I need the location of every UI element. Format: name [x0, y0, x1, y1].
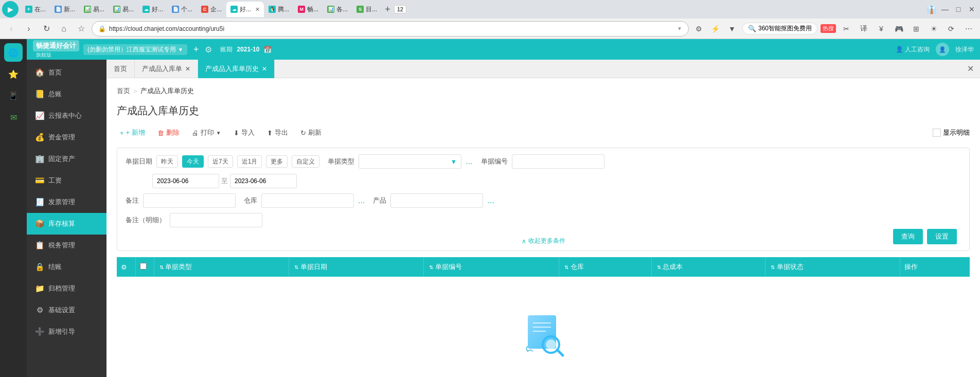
sidebar-item-ledger[interactable]: 📒 总账: [27, 83, 106, 105]
close-window-button[interactable]: ✕: [966, 3, 978, 15]
sync-icon[interactable]: ⟳: [944, 22, 958, 36]
sidebar-item-payroll[interactable]: 💳 工资: [27, 170, 106, 191]
settings-button[interactable]: ⚙: [205, 45, 212, 55]
more-date-btn[interactable]: 更多: [266, 155, 288, 168]
browser-tab-9[interactable]: 🐧 腾...: [264, 2, 293, 17]
tab-close-8[interactable]: ✕: [255, 6, 260, 13]
browser-tab-5[interactable]: ☁ 好...: [138, 2, 167, 17]
new-tab-button[interactable]: +: [382, 4, 394, 15]
translate-icon[interactable]: 译: [857, 22, 871, 36]
tab-home[interactable]: 首页: [106, 60, 135, 78]
user-service[interactable]: 👤 人工咨询: [896, 45, 930, 54]
custom-date-btn[interactable]: 自定义: [292, 155, 319, 168]
extensions-icon[interactable]: ⚙: [692, 22, 706, 36]
sidebar-item-archive[interactable]: 📁 归档管理: [27, 278, 106, 299]
table-col-doc-type[interactable]: ⇅ 单据类型: [154, 257, 289, 277]
tab-doc-list-close[interactable]: ✕: [185, 65, 190, 73]
product-input[interactable]: [390, 193, 483, 208]
settings-dots-icon[interactable]: ⋯: [961, 22, 976, 36]
browser-search-bar[interactable]: 🔍 360智能抠图免费用: [742, 23, 817, 34]
close-panel-button[interactable]: ✕: [967, 64, 974, 74]
table-col-doc-date[interactable]: ⇅ 单据日期: [289, 257, 423, 277]
week-btn[interactable]: 近7天: [208, 155, 233, 168]
url-bar[interactable]: 🔒 https://cloud.chanjet.com/accounting/u…: [92, 21, 689, 37]
sidebar-item-close[interactable]: 🔒 结账: [27, 256, 106, 278]
add-button[interactable]: + + 新增: [117, 126, 148, 139]
doc-number-input[interactable]: [512, 154, 604, 169]
browser-tab-7[interactable]: C 企...: [197, 2, 226, 17]
delete-button[interactable]: 🗑 删除: [154, 126, 183, 139]
browser-tab-3[interactable]: 📊 易...: [80, 2, 109, 17]
sidebar-item-new-entry[interactable]: ➕ 新增引导: [27, 321, 106, 343]
more-dropdown-icon[interactable]: ▼: [725, 22, 739, 36]
browser-tab-6[interactable]: 📄 个...: [168, 2, 197, 17]
home-button[interactable]: ⌂: [57, 22, 71, 36]
sidebar-item-invoice[interactable]: 🧾 发票管理: [27, 191, 106, 213]
sidebar-item-funds[interactable]: 💰 资金管理: [27, 127, 106, 148]
calendar-icon[interactable]: 📅: [263, 46, 272, 53]
sidebar-icon-star[interactable]: ⭐: [4, 65, 23, 83]
sidebar-item-fixed-assets[interactable]: 🏢 固定资产: [27, 148, 106, 170]
sidebar-icon-mail[interactable]: ✉: [4, 108, 23, 127]
yesterday-btn[interactable]: 昨天: [156, 155, 178, 168]
display-toggle[interactable]: 显示明细: [933, 128, 970, 137]
doc-type-select[interactable]: ▼: [359, 154, 461, 169]
lightning-icon[interactable]: ⚡: [708, 22, 723, 36]
date-to-input[interactable]: [230, 174, 297, 188]
browser-tab-1[interactable]: ✈ 在...: [21, 2, 50, 17]
grid-icon[interactable]: ⊞: [909, 22, 923, 36]
table-col-gear[interactable]: ⚙: [117, 257, 135, 277]
tab-history-close[interactable]: ✕: [262, 65, 267, 73]
maximize-button[interactable]: □: [952, 3, 965, 15]
currency-icon[interactable]: ¥: [874, 22, 888, 36]
browser-tab-2[interactable]: 📄 新...: [50, 2, 79, 17]
tab-count[interactable]: 12: [394, 5, 406, 13]
add-company-button[interactable]: +: [193, 44, 199, 55]
warehouse-ellipsis[interactable]: ...: [358, 196, 365, 205]
today-btn[interactable]: 今天: [182, 155, 204, 168]
date-from-input[interactable]: [152, 174, 219, 188]
sidebar-icon-nav[interactable]: 🌐: [4, 43, 23, 62]
tab-doc-list[interactable]: 产成品入库单 ✕: [135, 60, 198, 78]
sidebar-icon-weibo[interactable]: 📱: [4, 86, 23, 105]
display-checkbox[interactable]: [933, 129, 941, 137]
sidebar-item-home[interactable]: 🏠 首页: [27, 62, 106, 83]
print-button[interactable]: 🖨 打印 ▼: [189, 126, 224, 139]
refresh-button[interactable]: ↻ 刷新: [297, 126, 325, 139]
doc-type-ellipsis[interactable]: ...: [466, 157, 472, 166]
forward-button[interactable]: ›: [22, 22, 36, 36]
sidebar-item-inventory[interactable]: 📦 库存核算: [27, 213, 106, 235]
table-col-total-cost[interactable]: ⇅ 总成本: [651, 257, 765, 277]
customize-icon[interactable]: 👔: [925, 3, 938, 15]
browser-tab-12[interactable]: S 目...: [352, 2, 381, 17]
bookmark-button[interactable]: ☆: [74, 22, 88, 36]
browser-tab-4[interactable]: 📊 易...: [109, 2, 138, 17]
browser-tab-11[interactable]: 📊 各...: [323, 2, 352, 17]
table-col-warehouse[interactable]: ⇅ 仓库: [559, 257, 651, 277]
sidebar-item-reports[interactable]: 📈 云报表中心: [27, 105, 106, 127]
warehouse-input[interactable]: [261, 193, 354, 208]
company-selector[interactable]: (勿删勿禁用）江西服宝测试专用 ▼: [83, 44, 187, 55]
browser-tab-8[interactable]: ☁ 好... ✕: [226, 2, 264, 17]
note-detail-input[interactable]: [170, 213, 262, 227]
month-btn[interactable]: 近1月: [237, 155, 262, 168]
tab-history[interactable]: 产成品入库单历史 ✕: [198, 60, 275, 78]
table-col-doc-status[interactable]: ⇅ 单据状态: [765, 257, 900, 277]
sidebar-item-tax[interactable]: 📋 税务管理: [27, 235, 106, 256]
browser-tab-10[interactable]: M 畅...: [294, 2, 323, 17]
product-ellipsis[interactable]: ...: [487, 196, 494, 205]
minimize-button[interactable]: —: [939, 3, 951, 15]
import-button[interactable]: ⬇ 导入: [230, 126, 258, 139]
select-all-checkbox[interactable]: [140, 263, 147, 270]
sidebar-item-settings[interactable]: ⚙ 基础设置: [27, 299, 106, 321]
breadcrumb-home[interactable]: 首页: [117, 86, 130, 96]
back-button[interactable]: ‹: [4, 22, 19, 36]
table-col-doc-number[interactable]: ⇅ 单据编号: [424, 257, 559, 277]
sun-icon[interactable]: ☀: [926, 22, 941, 36]
export-button[interactable]: ⬆ 导出: [264, 126, 291, 139]
refresh-button[interactable]: ↻: [39, 22, 54, 36]
settings-search-button[interactable]: 设置: [927, 229, 957, 244]
search-button[interactable]: 查询: [893, 229, 923, 244]
user-avatar[interactable]: 👤: [936, 43, 949, 56]
note-input[interactable]: [143, 193, 236, 208]
